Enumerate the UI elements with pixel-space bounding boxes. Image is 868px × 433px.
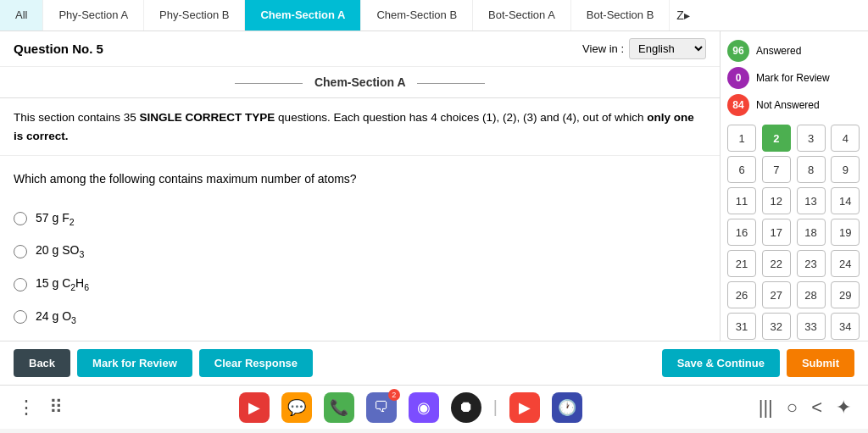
option-4-label: 24 g O3 [36, 309, 76, 325]
tab-chem-b[interactable]: Chem-Section B [361, 0, 473, 31]
option-4[interactable]: 24 g O3 [14, 301, 706, 334]
nav-back-lines[interactable]: ||| [759, 397, 773, 419]
legend-mark-review: 0 Mark for Review [727, 67, 861, 89]
separator: | [493, 397, 498, 417]
option-3[interactable]: 15 g C2H6 [14, 268, 706, 301]
section-title: Chem-Section A [0, 67, 720, 98]
num-33[interactable]: 33 [797, 313, 826, 340]
tab-phy-a[interactable]: Phy-Section A [43, 0, 144, 31]
main-layout: Question No. 5 View in : English Hindi C… [0, 31, 868, 341]
num-19[interactable]: 19 [831, 219, 860, 246]
back-button[interactable]: Back [14, 349, 70, 377]
app-icon-1[interactable]: ▶ [239, 392, 270, 423]
num-13[interactable]: 13 [797, 187, 826, 214]
num-22[interactable]: 22 [762, 250, 791, 277]
num-28[interactable]: 28 [797, 281, 826, 308]
option-2-radio[interactable] [14, 245, 27, 258]
option-4-radio[interactable] [14, 310, 27, 324]
legend-answered: 96 Answered [727, 40, 861, 62]
num-9[interactable]: 9 [831, 156, 860, 183]
num-24[interactable]: 24 [831, 250, 860, 277]
android-nav-center: ▶ 💬 📞 🗨 2 ◉ ⏺ | ▶ 🕐 [239, 392, 582, 423]
num-16[interactable]: 16 [727, 219, 756, 246]
android-nav-left: ⋮ ⠿ [17, 397, 63, 419]
app-icon-4-container: 🗨 2 [366, 392, 397, 423]
tab-more[interactable]: Z▸ [670, 0, 697, 31]
option-2[interactable]: 20 g SO3 [14, 235, 706, 268]
num-12[interactable]: 12 [762, 187, 791, 214]
tab-all[interactable]: All [0, 0, 43, 31]
legend-not-answered: 84 Not Answered [727, 94, 861, 116]
option-1[interactable]: 57 g F2 [14, 203, 706, 236]
num-6[interactable]: 6 [727, 156, 756, 183]
bottom-right-buttons: Save & Continue Submit [662, 349, 854, 377]
notification-badge: 2 [388, 389, 400, 401]
app-icon-7[interactable]: ▶ [509, 392, 540, 423]
tab-phy-b[interactable]: Phy-Section B [144, 0, 245, 31]
nav-star-icon[interactable]: ✦ [836, 397, 851, 419]
options-container: 57 g F2 20 g SO3 15 g C2H6 24 g O3 [0, 196, 720, 341]
mark-review-button[interactable]: Mark for Review [77, 349, 192, 377]
option-2-label: 20 g SO3 [36, 243, 84, 259]
number-grid: 1 2 3 4 6 7 8 9 11 12 13 14 16 17 18 19 … [727, 125, 861, 340]
mark-review-label: Mark for Review [756, 72, 830, 84]
num-17[interactable]: 17 [762, 219, 791, 246]
app-icon-1-container: ▶ [239, 392, 270, 423]
num-3[interactable]: 3 [797, 125, 826, 152]
bottom-bar: Back Mark for Review Clear Response Save… [0, 341, 868, 385]
num-26[interactable]: 26 [727, 281, 756, 308]
tab-bot-b[interactable]: Bot-Section B [571, 0, 670, 31]
nav-back-chevron[interactable]: < [811, 397, 822, 419]
option-1-label: 57 g F2 [36, 211, 75, 227]
app-icon-3[interactable]: 📞 [324, 392, 354, 423]
option-3-radio[interactable] [14, 278, 27, 291]
grid-icon: ⠿ [49, 397, 63, 419]
right-panel: 96 Answered 0 Mark for Review 84 Not Ans… [720, 31, 868, 341]
section-instruction: This section contains 35 SINGLE CORRECT … [0, 98, 720, 156]
view-in-container: View in : English Hindi [582, 38, 706, 59]
android-nav: ⋮ ⠿ ▶ 💬 📞 🗨 2 ◉ ⏺ | ▶ 🕐 ||| ○ < ✦ [0, 385, 868, 429]
app-icon-8[interactable]: 🕐 [552, 392, 582, 423]
save-continue-button[interactable]: Save & Continue [662, 349, 780, 377]
clear-response-button[interactable]: Clear Response [199, 349, 313, 377]
num-4[interactable]: 4 [831, 125, 860, 152]
question-header: Question No. 5 View in : English Hindi [0, 31, 720, 67]
num-29[interactable]: 29 [831, 281, 860, 308]
app-icon-6[interactable]: ⏺ [451, 392, 481, 423]
android-nav-right: ||| ○ < ✦ [759, 397, 851, 419]
num-32[interactable]: 32 [762, 313, 791, 340]
mark-review-circle: 0 [727, 67, 749, 89]
num-8[interactable]: 8 [797, 156, 826, 183]
view-in-label: View in : [582, 42, 624, 55]
question-area: Question No. 5 View in : English Hindi C… [0, 31, 720, 341]
num-14[interactable]: 14 [831, 187, 860, 214]
num-21[interactable]: 21 [727, 250, 756, 277]
tab-chem-a[interactable]: Chem-Section A [245, 0, 361, 31]
num-31[interactable]: 31 [727, 313, 756, 340]
tab-bar: All Phy-Section A Phy-Section B Chem-Sec… [0, 0, 868, 31]
not-answered-label: Not Answered [756, 99, 820, 111]
num-23[interactable]: 23 [797, 250, 826, 277]
question-number: Question No. 5 [14, 42, 103, 56]
num-18[interactable]: 18 [797, 219, 826, 246]
question-text: Which among the following contains maxim… [0, 156, 720, 195]
not-answered-circle: 84 [727, 94, 749, 116]
option-1-radio[interactable] [14, 212, 27, 225]
legend: 96 Answered 0 Mark for Review 84 Not Ans… [727, 40, 861, 116]
tab-bot-a[interactable]: Bot-Section A [473, 0, 571, 31]
option-3-label: 15 g C2H6 [36, 276, 89, 292]
num-27[interactable]: 27 [762, 281, 791, 308]
nav-home-circle[interactable]: ○ [787, 397, 798, 419]
num-11[interactable]: 11 [727, 187, 756, 214]
num-7[interactable]: 7 [762, 156, 791, 183]
num-1[interactable]: 1 [727, 125, 756, 152]
bottom-left-buttons: Back Mark for Review Clear Response [14, 349, 313, 377]
language-select[interactable]: English Hindi [629, 38, 706, 59]
dots-icon: ⋮ [17, 397, 36, 419]
submit-button[interactable]: Submit [787, 349, 854, 377]
answered-label: Answered [756, 45, 801, 57]
num-34[interactable]: 34 [831, 313, 860, 340]
app-icon-2[interactable]: 💬 [281, 392, 312, 423]
app-icon-5[interactable]: ◉ [409, 392, 439, 423]
num-2[interactable]: 2 [762, 125, 791, 152]
